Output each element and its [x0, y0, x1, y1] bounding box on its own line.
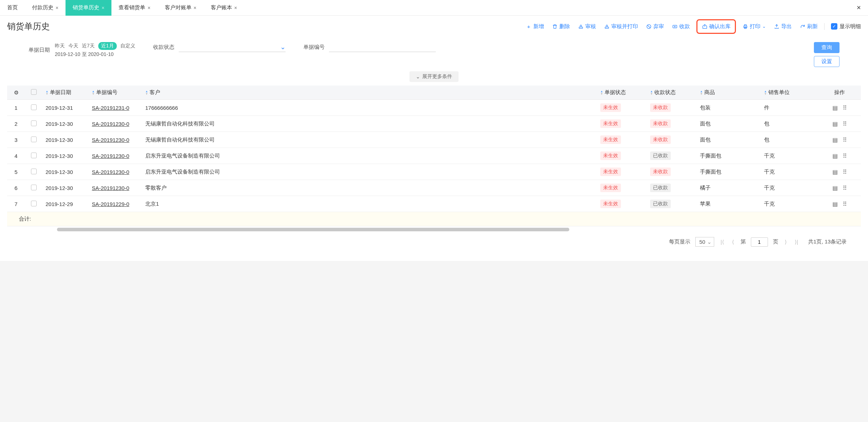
horizontal-scrollbar[interactable] [57, 228, 569, 231]
col-docno[interactable]: ▲▼单据编号 [89, 86, 142, 100]
more-icon[interactable]: ⠿ [843, 104, 847, 111]
cell-docno[interactable]: SA-20191230-0 [89, 164, 142, 180]
add-button[interactable]: +新增 [526, 23, 544, 30]
view-icon[interactable]: ▤ [832, 169, 838, 175]
tab-sales-history[interactable]: 销货单历史× [66, 0, 111, 16]
double-chevron-down-icon: ⌄ [416, 74, 420, 79]
table-row[interactable]: 22019-12-30SA-20191230-0无锡康哲自动化科技有限公司未生效… [7, 116, 861, 132]
show-detail-toggle[interactable]: ✓ 显示明细 [824, 23, 861, 30]
more-icon[interactable]: ⠿ [843, 185, 847, 191]
date-opt-1month[interactable]: 近1月 [98, 42, 117, 50]
view-icon[interactable]: ▤ [832, 201, 838, 207]
checkbox-icon[interactable] [31, 120, 37, 126]
cell-docno[interactable]: SA-20191230-0 [89, 148, 142, 164]
confirm-outbound-button[interactable]: 确认出库 [696, 19, 736, 34]
row-checkbox-cell[interactable] [25, 180, 43, 196]
table-row[interactable]: 72019-12-29SA-20191229-0北京1未生效已收款苹果千克▤⠿ [7, 196, 861, 212]
tab-customer-statement[interactable]: 客户对账单× [158, 0, 204, 16]
per-page-select[interactable]: 50 ⌄ [695, 237, 714, 247]
date-range-display[interactable]: 2019-12-10 至 2020-01-10 [55, 51, 135, 58]
receipt-button[interactable]: 收款 [672, 23, 690, 30]
checkbox-icon[interactable] [31, 104, 37, 110]
row-checkbox-cell[interactable] [25, 132, 43, 148]
tab-payment-history[interactable]: 付款历史× [25, 0, 66, 16]
docno-input[interactable] [329, 42, 436, 52]
toolbar: +新增 删除 审核 审核并打印 弃审 收款 确认出库 打印⌄ 导出 刷新 ✓ 显… [526, 22, 861, 31]
cell-doc-status: 未生效 [597, 100, 647, 116]
col-pay-status[interactable]: ▲▼收款状态 [647, 86, 697, 100]
col-doc-status[interactable]: ▲▼单据状态 [597, 86, 647, 100]
view-icon[interactable]: ▤ [832, 185, 838, 191]
table-row[interactable]: 12019-12-31SA-20191231-017666666666未生效未收… [7, 100, 861, 116]
date-opt-custom[interactable]: 自定义 [120, 43, 135, 49]
delete-button[interactable]: 删除 [552, 23, 570, 30]
view-icon[interactable]: ▤ [832, 120, 838, 127]
prev-page-button[interactable]: ⟨ [731, 239, 736, 245]
checkbox-icon[interactable] [31, 153, 37, 158]
audit-print-button[interactable]: 审核并打印 [604, 23, 638, 30]
page-input[interactable] [751, 237, 768, 247]
table-row[interactable]: 62019-12-30SA-20191230-0零散客户未生效已收款橘子千克▤⠿ [7, 180, 861, 196]
view-icon[interactable]: ▤ [832, 153, 838, 159]
col-gear[interactable]: ⚙ [7, 86, 25, 100]
row-checkbox-cell[interactable] [25, 148, 43, 164]
close-icon[interactable]: × [234, 5, 237, 11]
col-product[interactable]: ▲▼商品 [697, 86, 761, 100]
checkbox-icon[interactable] [31, 137, 37, 142]
tab-customer-ledger[interactable]: 客户账本× [204, 0, 244, 16]
row-checkbox-cell[interactable] [25, 164, 43, 180]
table-row[interactable]: 42019-12-30SA-20191230-0启东升亚电气设备制造有限公司未生… [7, 148, 861, 164]
table-row[interactable]: 52019-12-30SA-20191230-0启东升亚电气设备制造有限公司未生… [7, 164, 861, 180]
close-icon[interactable]: × [194, 5, 197, 11]
col-unit[interactable]: ▲▼销售单位 [761, 86, 818, 100]
date-opt-7days[interactable]: 近7天 [82, 43, 95, 49]
cell-docno[interactable]: SA-20191229-0 [89, 196, 142, 212]
refresh-button[interactable]: 刷新 [800, 23, 818, 30]
col-customer[interactable]: ▲▼客户 [142, 86, 597, 100]
audit-button[interactable]: 审核 [578, 23, 596, 30]
cell-docno[interactable]: SA-20191230-0 [89, 180, 142, 196]
close-all-tabs-icon[interactable]: × [853, 4, 864, 12]
cell-docno[interactable]: SA-20191231-0 [89, 100, 142, 116]
filter-buttons: 查询 设置 [814, 42, 840, 67]
checkbox-icon[interactable] [31, 201, 37, 206]
next-page-button[interactable]: ⟩ [783, 239, 788, 245]
pay-status-select[interactable]: ⌄ [179, 42, 286, 52]
view-icon[interactable]: ▤ [832, 104, 838, 111]
checkbox-icon[interactable] [31, 185, 37, 190]
query-button[interactable]: 查询 [814, 42, 840, 53]
first-page-button[interactable]: |⟨ [719, 239, 726, 245]
tab-home[interactable]: 首页 [0, 0, 25, 16]
date-opt-yesterday[interactable]: 昨天 [55, 43, 65, 49]
more-icon[interactable]: ⠿ [843, 201, 847, 207]
filter-docno: 单据编号 [303, 42, 436, 52]
abandon-button[interactable]: 弃审 [646, 23, 664, 30]
close-icon[interactable]: × [101, 5, 104, 11]
cell-docno[interactable]: SA-20191230-0 [89, 132, 142, 148]
checkbox-icon[interactable] [31, 89, 37, 95]
view-icon[interactable]: ▤ [832, 137, 838, 143]
checkbox-icon[interactable] [31, 169, 37, 174]
svg-point-4 [674, 26, 675, 27]
more-icon[interactable]: ⠿ [843, 153, 847, 159]
close-icon[interactable]: × [56, 5, 58, 11]
col-date[interactable]: ▲▼单据日期 [43, 86, 89, 100]
row-checkbox-cell[interactable] [25, 100, 43, 116]
row-checkbox-cell[interactable] [25, 196, 43, 212]
print-button[interactable]: 打印⌄ [742, 23, 766, 30]
cell-docno[interactable]: SA-20191230-0 [89, 116, 142, 132]
cell-unit: 包 [761, 116, 818, 132]
date-opt-today[interactable]: 今天 [68, 43, 78, 49]
tab-view-sales[interactable]: 查看销货单× [111, 0, 157, 16]
export-button[interactable]: 导出 [774, 23, 792, 30]
col-checkbox[interactable] [25, 86, 43, 100]
settings-button[interactable]: 设置 [814, 56, 840, 67]
row-checkbox-cell[interactable] [25, 116, 43, 132]
expand-more-button[interactable]: ⌄ 展开更多条件 [409, 71, 459, 82]
last-page-button[interactable]: ⟩| [793, 239, 800, 245]
more-icon[interactable]: ⠿ [843, 137, 847, 143]
table-row[interactable]: 32019-12-30SA-20191230-0无锡康哲自动化科技有限公司未生效… [7, 132, 861, 148]
close-icon[interactable]: × [147, 5, 150, 11]
more-icon[interactable]: ⠿ [843, 169, 847, 175]
more-icon[interactable]: ⠿ [843, 120, 847, 127]
